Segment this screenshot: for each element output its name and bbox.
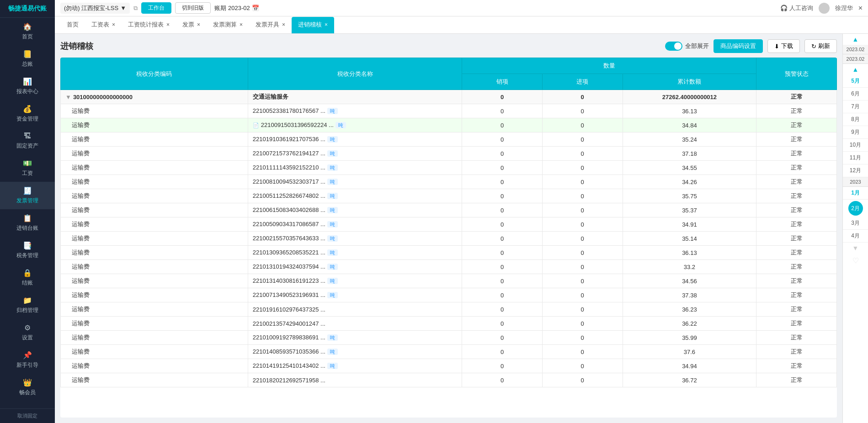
calendar-scroll-up[interactable]: ▲ (843, 64, 868, 75)
cell-status: 正常 (756, 118, 837, 132)
calendar-icon[interactable]: 📅 (252, 5, 259, 11)
cell-name: 运输费 (61, 288, 248, 302)
goods-code-btn[interactable]: 商品编码设置 (714, 39, 763, 53)
sidebar-item-tax[interactable]: 📑 税务管理 (0, 237, 55, 264)
cell-purchase: 0 (542, 345, 623, 359)
tab-invoice-open[interactable]: 发票开具 × (249, 17, 292, 33)
sidebar-item-member[interactable]: 👑 畅会员 (0, 374, 55, 401)
table-row: 运输费 22100511252826674802 ... 吨 0 0 35.75… (61, 189, 837, 203)
calendar-nav-up[interactable]: ▲ (843, 34, 868, 45)
sidebar-item-close[interactable]: 🔒 结账 (0, 264, 55, 291)
sidebar-item-ledger[interactable]: 📒 总账 (0, 45, 55, 73)
calendar-month-5[interactable]: 5月 (843, 75, 868, 88)
sidebar-item-fixed[interactable]: 🏗 固定资产 (0, 127, 55, 154)
tab-invoice-calc[interactable]: 发票测算 × (207, 17, 249, 33)
support-btn[interactable]: 🎧 人工咨询 (780, 4, 813, 12)
table-row: 运输费 22101916102976437325 ... 0 0 36.23 正… (61, 302, 837, 317)
sidebar-item-sales-desk[interactable]: 📋 进销台账 (0, 209, 55, 237)
calendar-month-10[interactable]: 10月 (843, 139, 868, 152)
refresh-btn[interactable]: ↻ 刷新 (804, 39, 837, 53)
tab-sales-check[interactable]: 进销稽核 × (292, 17, 334, 33)
cell-purchase: 0 (542, 132, 623, 147)
calendar-month-12[interactable]: 12月 (843, 164, 868, 177)
th-status: 预警状态 (756, 58, 837, 90)
cell-name: 运输费 (61, 260, 248, 274)
cell-taxcode-full: 22101111143592152210 ... 吨 (248, 161, 462, 175)
page-actions: 全部展开 商品编码设置 ⬇ 下载 ↻ 刷新 (665, 39, 837, 53)
calendar-month-2-active[interactable]: 2月 (848, 201, 863, 216)
heart-icon: ♡ (843, 254, 868, 268)
copy-icon[interactable]: ⧉ (133, 5, 138, 12)
tab-close-invoice[interactable]: × (197, 21, 200, 28)
calendar-month-9[interactable]: 9月 (843, 126, 868, 139)
company-selector[interactable]: (勿动) 江西报宝-LSS ▼ (60, 3, 130, 14)
sidebar-item-capital[interactable]: 💰 资金管理 (0, 100, 55, 127)
right-calendar-panel: ▲ 2023.02 2023.02 ▲ 5月 6月 7月 8月 9月 10月 1… (842, 34, 868, 423)
cell-name: 运输费 (61, 246, 248, 260)
cell-sales: 0 (462, 317, 543, 331)
pin-label: 取消固定 (17, 413, 37, 418)
calendar-month-7[interactable]: 7月 (843, 100, 868, 113)
switch-old-button[interactable]: 切到旧版 (175, 2, 211, 14)
cell-status: 正常 (756, 175, 837, 189)
tab-invoice[interactable]: 发票 × (176, 17, 207, 33)
calendar-month-8[interactable]: 8月 (843, 113, 868, 126)
cell-purchase: 0 (542, 260, 623, 274)
sidebar-item-home[interactable]: 🏠 首页 (0, 18, 55, 45)
cell-taxcode-full: 22100509034317086587 ... 吨 (248, 217, 462, 232)
cell-cumulative: 34.84 (623, 118, 756, 132)
tab-close-salary-stats[interactable]: × (166, 21, 170, 28)
calendar-month-4[interactable]: 4月 (843, 230, 868, 243)
user-name: 徐涅华 (835, 4, 853, 12)
cell-purchase: 0 (542, 274, 623, 288)
download-btn[interactable]: ⬇ 下载 (767, 39, 800, 53)
table-row: 运输费 📄22100915031396592224 ... 吨 0 0 34.8… (61, 118, 837, 132)
cell-cumulative: 33.2 (623, 260, 756, 274)
window-close-btn[interactable]: × (858, 4, 863, 12)
capital-icon: 💰 (23, 105, 32, 113)
member-icon: 👑 (23, 378, 32, 387)
sidebar-item-wages[interactable]: 💵 工资 (0, 154, 55, 182)
calendar-month-6[interactable]: 6月 (843, 88, 868, 100)
cell-status: 正常 (756, 288, 837, 302)
sidebar-item-invoice[interactable]: 🧾 发票管理 (0, 182, 55, 209)
cell-sales: 0 (462, 345, 543, 359)
calendar-month-3[interactable]: 3月 (843, 217, 868, 230)
cell-sales: 0 (462, 90, 543, 104)
cell-status: 正常 (756, 90, 837, 104)
calendar-month-11[interactable]: 11月 (843, 152, 868, 164)
calendar-scroll-down[interactable]: ▼ (843, 243, 868, 254)
cell-status: 正常 (756, 317, 837, 331)
tab-close-sales-check[interactable]: × (325, 21, 328, 28)
cell-name: 运输费 (61, 331, 248, 345)
tab-salary[interactable]: 工资表 × (85, 17, 122, 33)
sidebar-item-reports[interactable]: 📊 报表中心 (0, 73, 55, 100)
company-name: (勿动) 江西报宝-LSS (64, 4, 118, 12)
workbench-button[interactable]: 工作台 (141, 2, 171, 14)
cell-purchase: 0 (542, 288, 623, 302)
calendar-month-1[interactable]: 1月 (843, 187, 868, 200)
calendar-year-label-1: 2023.02 (843, 45, 868, 54)
pin-toggle[interactable]: 取消固定 (0, 408, 55, 423)
tab-close-invoice-open[interactable]: × (282, 21, 285, 28)
cell-taxcode-full: 22100213574294001247 ... (248, 317, 462, 331)
sidebar-item-settings[interactable]: ⚙ 设置 (0, 319, 55, 346)
cell-name: 运输费 (61, 189, 248, 203)
table-scroll[interactable]: 税收分类编码 税收分类名称 数量 预警状态 销项 进项 累计数额 (60, 58, 837, 418)
tab-close-invoice-calc[interactable]: × (240, 21, 243, 28)
sidebar-item-guide[interactable]: 📌 新手引导 (0, 346, 55, 374)
cell-cumulative: 36.22 (623, 317, 756, 331)
toggle-switch[interactable] (665, 42, 682, 51)
cell-status: 正常 (756, 359, 837, 373)
table-row: 运输费 22100509034317086587 ... 吨 0 0 34.91… (61, 217, 837, 232)
expand-toggle[interactable]: 全部展开 (665, 42, 709, 51)
cell-taxcode-full: 22101408593571035366 ... 吨 (248, 345, 462, 359)
cell-name: 运输费 (61, 161, 248, 175)
cell-sales: 0 (462, 373, 543, 387)
cell-purchase: 0 (542, 161, 623, 175)
tab-salary-stats[interactable]: 工资统计报表 × (122, 17, 176, 33)
table-row: 运输费 22100615083403402688 ... 吨 0 0 35.37… (61, 203, 837, 217)
sidebar-item-archive[interactable]: 📁 归档管理 (0, 291, 55, 319)
tab-close-salary[interactable]: × (112, 21, 115, 28)
tab-home[interactable]: 首页 (60, 17, 85, 33)
